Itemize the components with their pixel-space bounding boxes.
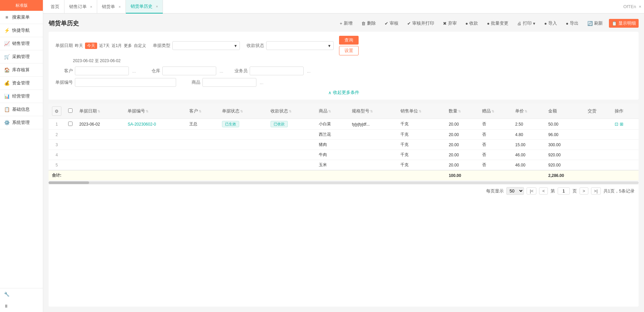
gift-sort-icon: ⇅ (492, 109, 494, 113)
page-input[interactable] (558, 187, 570, 194)
sidebar-item-purchase-mgmt[interactable]: 🛒 采购管理 (0, 50, 43, 63)
collect-status-chevron: ▾ (328, 43, 331, 48)
shortcut-custom[interactable]: 自定义 (134, 43, 146, 49)
cell-checkbox[interactable] (65, 160, 76, 171)
audit-button[interactable]: ✔ 审核 (382, 19, 401, 28)
th-doc-no[interactable]: 单据编号 ⇅ (124, 104, 186, 119)
cell-doc-no[interactable] (124, 140, 186, 150)
warehouse-dots[interactable]: ... (220, 69, 223, 74)
new-button[interactable]: + 新增 (337, 19, 355, 28)
th-collect-status[interactable]: 收款状态 ⇅ (267, 104, 315, 119)
th-customer[interactable]: 客户 ⇅ (186, 104, 219, 119)
table-row: 3 猪肉 千克 20.00 否 15.00 300.00 (49, 140, 639, 150)
tab-sales-order[interactable]: 销售订单 × (64, 0, 97, 14)
cell-doc-no[interactable]: SA-20230602-0 (124, 119, 186, 130)
tab-sales-goods[interactable]: 销货单 × (97, 0, 125, 14)
sidebar-item-sys-mgmt[interactable]: ⚙️ 系统管理 (0, 116, 43, 129)
import-button[interactable]: ● 导入 (541, 19, 560, 28)
sidebar-item-finance-mgmt[interactable]: 💰 资金管理 (0, 77, 43, 90)
goods-input[interactable] (202, 78, 256, 87)
refresh-button[interactable]: 🔄 刷新 (585, 19, 606, 28)
tab-home[interactable]: 首页 (46, 0, 64, 14)
export-button[interactable]: ● 导出 (563, 19, 581, 28)
settings-button[interactable]: 设置 (339, 46, 359, 55)
sidebar-item-basic-info[interactable]: 📋 基础信息 (0, 103, 43, 116)
page-size-select[interactable]: 50 100 200 (506, 187, 524, 195)
cell-doc-no[interactable] (124, 150, 186, 160)
horizontal-scrollbar[interactable] (49, 181, 639, 184)
shortcut-more[interactable]: 更多 (124, 43, 132, 49)
collect-button[interactable]: ● 收款 (463, 19, 481, 28)
th-doc-status[interactable]: 单据状态 ⇅ (219, 104, 267, 119)
scrollbar-thumb[interactable] (49, 181, 89, 184)
audit-print-button[interactable]: ✔ 审核并打印 (404, 19, 437, 28)
query-button[interactable]: 查询 (339, 36, 359, 45)
sales-mgmt-icon: 📈 (4, 41, 9, 46)
cell-checkbox[interactable] (65, 140, 76, 150)
shortcut-1month[interactable]: 近1月 (112, 43, 122, 49)
cell-checkbox[interactable] (65, 150, 76, 160)
cell-doc-no[interactable] (124, 160, 186, 171)
tab-sales-order-close[interactable]: × (90, 5, 92, 9)
staff-input[interactable] (250, 67, 304, 75)
filter-goods-item: 商品 ... (181, 78, 263, 87)
delete-label: 删除 (367, 20, 376, 26)
shortcut-7days[interactable]: 近7天 (99, 43, 110, 49)
customer-label: 客户 (54, 68, 73, 74)
docno-label: 单据编号 (54, 79, 73, 85)
first-page-btn[interactable]: |< (527, 187, 536, 194)
doc-date-sort-icon: ⇅ (97, 109, 100, 113)
sidebar-item-inventory[interactable]: 🏠 库存核算 (0, 63, 43, 77)
th-qty[interactable]: 数量 ⇅ (445, 104, 479, 119)
th-gift[interactable]: 赠品 ⇅ (479, 104, 512, 119)
show-detail-button[interactable]: 📋 显示明细 (609, 19, 639, 28)
customer-dots[interactable]: ... (132, 69, 136, 74)
action-more[interactable]: ⊞ (620, 122, 623, 127)
prev-page-btn[interactable]: < (539, 187, 548, 194)
tab-sales-goods-close[interactable]: × (118, 5, 120, 9)
shortcut-today[interactable]: 今天 (85, 43, 97, 49)
th-goods[interactable]: 商品 ⇅ (315, 104, 348, 119)
cell-gift: 否 (479, 140, 512, 150)
collect-status-select[interactable]: ▾ (266, 41, 334, 50)
last-page-btn[interactable]: >| (591, 187, 601, 194)
cell-unit-price: 46.00 (512, 160, 545, 171)
cell-spec (348, 160, 397, 171)
th-unit-price[interactable]: 单价 ⇅ (512, 104, 545, 119)
sidebar-bottom-item-2[interactable]: ⏸ (0, 300, 43, 312)
shortcut-yesterday[interactable]: 昨天 (75, 43, 83, 49)
goods-dots[interactable]: ... (260, 80, 263, 85)
sidebar-item-ops-mgmt[interactable]: 📊 经营管理 (0, 90, 43, 103)
sidebar-bottom-item-1[interactable]: 🔧 (0, 288, 43, 300)
tab-sales-history[interactable]: 销货单历史 × (126, 0, 163, 14)
doc-type-select[interactable]: ▾ (172, 41, 240, 50)
window-close-btn[interactable]: × (639, 4, 641, 9)
warehouse-input[interactable] (162, 67, 216, 75)
print-button[interactable]: 🖨 打印 ▾ (514, 19, 538, 28)
sidebar-item-search-menu[interactable]: ≡ 搜索菜单 (0, 11, 43, 24)
cell-checkbox[interactable] (65, 119, 76, 130)
next-page-btn[interactable]: > (580, 187, 588, 194)
th-sales-unit[interactable]: 销售单位 ⇅ (397, 104, 445, 119)
sidebar-item-quick-nav[interactable]: ⚡ 快捷导航 (0, 24, 43, 37)
print-dropdown-icon: ▾ (533, 21, 535, 26)
action-edit[interactable]: ⊡ (615, 122, 618, 127)
tab-sales-history-close[interactable]: × (156, 4, 158, 8)
batch-change-button[interactable]: ● 批量变更 (484, 19, 511, 28)
staff-dots[interactable]: ... (307, 69, 311, 74)
sidebar-item-sales-mgmt[interactable]: 📈 销售管理 (0, 37, 43, 50)
customer-input[interactable] (75, 67, 129, 75)
collapse-button[interactable]: ∧ 收起更多条件 (54, 89, 633, 96)
cell-checkbox[interactable] (65, 130, 76, 140)
th-settings[interactable]: ⚙ (49, 104, 65, 119)
th-doc-date[interactable]: 单据日期 ⇅ (76, 104, 124, 119)
cell-spec: tyjyjtyjdf... (348, 119, 397, 130)
cell-doc-no[interactable] (124, 130, 186, 140)
cell-qty: 20.00 (445, 140, 479, 150)
table-settings-gear[interactable]: ⚙ (52, 106, 61, 116)
select-all-checkbox[interactable] (68, 108, 73, 113)
delete-button[interactable]: 🗑 删除 (359, 19, 379, 28)
abandon-button[interactable]: ✖ 弃审 (440, 19, 459, 28)
docno-input[interactable] (75, 78, 176, 87)
th-spec[interactable]: 规格型号 ⇅ (348, 104, 397, 119)
